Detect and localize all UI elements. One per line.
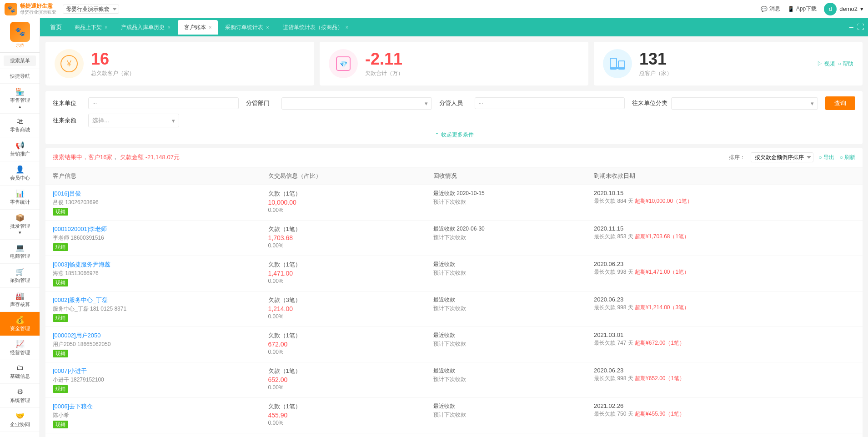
cell-collection-2: 最近收款 预计下次收款 — [426, 256, 587, 291]
overdue-link-3[interactable]: 超期¥1,214.00（3笔） — [635, 304, 689, 311]
results-bar: 搜索结果中，客户16家， 欠款金额 -21,148.07元 排序： 按欠款金额倒… — [45, 148, 863, 167]
sidebar-item-retail-store[interactable]: 🛍 零售商城 — [0, 114, 40, 137]
last-collect-5: 最近收款 — [433, 367, 579, 375]
owe-amount-5[interactable]: 652.00 — [268, 376, 419, 383]
owe-pct-5: 0.00% — [268, 384, 419, 391]
tab-purchase-stats-close[interactable]: × — [266, 25, 269, 30]
table-row: [0002]服务中心_丁磊 服务中心_丁磊 181 0125 8371 现销 欠… — [45, 291, 863, 327]
debtors-label: 总欠款客户（家） — [91, 70, 305, 77]
tab-customer-account-close[interactable]: × — [209, 25, 211, 30]
sidebar-item-guide[interactable]: 📖 新手引导 — [0, 432, 40, 437]
sidebar-item-enterprise[interactable]: 🤝 企业协同 — [0, 408, 40, 432]
last-collect-0: 最近收款 2020-10-15 — [433, 190, 579, 197]
customer-name-3[interactable]: [0002]服务中心_丁磊 — [53, 296, 254, 304]
customer-phone-2: 海燕 18513066976 — [53, 270, 254, 277]
tab-product-history-close[interactable]: × — [167, 25, 170, 30]
tab-purchase-stats[interactable]: 采购订单统计表 × — [219, 20, 275, 35]
sidebar-item-system[interactable]: ⚙ 系统管理 — [0, 384, 40, 408]
tab-goods-upload-close[interactable]: × — [105, 25, 107, 30]
table-header-row: 客户信息 欠交易信息（占比） 回收情况 到期未收款日期 — [45, 167, 863, 185]
sort-select[interactable]: 按欠款金额倒序排序 — [751, 152, 813, 162]
quick-nav-label: 快捷导航 — [10, 73, 30, 80]
sidebar-item-operation[interactable]: 📈 经营管理 — [0, 336, 40, 360]
tab-customer-account-label: 客户账本 — [184, 24, 206, 31]
sidebar-item-member[interactable]: 👤 会员中心 — [0, 161, 40, 186]
help-btn[interactable]: ○ 帮助 — [838, 60, 853, 68]
tab-product-history[interactable]: 产成品入库单历史 × — [115, 20, 176, 35]
tab-home[interactable]: 首页 — [44, 20, 68, 35]
sidebar-item-finance[interactable]: 💰 资金管理 — [0, 312, 40, 336]
next-collect-5: 预计下次收款 — [433, 376, 579, 383]
industry-select[interactable]: 母婴行业演示账套 — [63, 5, 119, 14]
tab-minimize-btn[interactable]: – — [849, 23, 853, 31]
owe-amount-6[interactable]: 455.90 — [268, 412, 419, 419]
due-date-0: 2020.10.15 — [594, 190, 855, 196]
industry-label: 母婴行业演示账套 — [20, 10, 56, 15]
tab-goods-upload[interactable]: 商品上下架 × — [68, 20, 114, 35]
view-video-btn[interactable]: ▷ 视频 — [817, 60, 835, 68]
sidebar-search-btn[interactable]: 搜索菜单 — [4, 55, 36, 66]
app-download-btn[interactable]: 📱 App下载 — [788, 5, 817, 13]
overdue-link-2[interactable]: 超期¥1,471.00（1笔） — [635, 269, 689, 275]
last-collect-2: 最近收款 — [433, 261, 579, 268]
source-unit-input[interactable]: ··· — [88, 97, 239, 109]
overdue-link-0[interactable]: 超期¥10,000.00（1笔） — [635, 198, 692, 204]
tab-maximize-btn[interactable]: ⛶ — [857, 23, 864, 31]
sidebar-item-batch-manage[interactable]: 📦 批发管理 ▾ — [0, 210, 40, 240]
filter-bar: 往来单位 ··· 分管部门 ▾ — [45, 91, 863, 144]
person-input[interactable]: ··· — [475, 97, 625, 109]
owe-count-1: 欠款（1笔） — [268, 225, 419, 233]
overdue-link-6[interactable]: 超期¥455.90（1笔） — [635, 411, 685, 417]
overdue-days-5: 最长欠款 998 天 超期¥652.00（1笔） — [594, 375, 855, 382]
customer-name-1[interactable]: [0001020001]李老师 — [53, 225, 254, 233]
search-btn[interactable]: 查询 — [825, 96, 855, 110]
total-customers-value: 131 — [639, 50, 810, 68]
stat-card-actions: ▷ 视频 ○ 帮助 — [817, 60, 853, 68]
stat-info-total-customers: 131 总客户（家） — [639, 50, 810, 78]
customer-name-6[interactable]: [0006]去下粮仓 — [53, 402, 254, 411]
dept-select[interactable]: ▾ — [281, 97, 432, 110]
debt-amount-value: -2.11 — [365, 50, 579, 68]
sidebar-item-ecommerce[interactable]: 💻 电商管理 — [0, 240, 40, 264]
cell-collection-6: 最近收款 预计下次收款 — [426, 398, 587, 433]
sidebar-marketing-label: 营销推广 — [10, 151, 30, 157]
owe-amount-3[interactable]: 1,214.00 — [268, 305, 419, 312]
sidebar-item-inventory[interactable]: 🏭 库存核算 — [0, 288, 40, 312]
customer-name-0[interactable]: [0016]吕俊 — [53, 190, 254, 198]
overdue-link-1[interactable]: 超期¥1,703.68（1笔） — [635, 233, 689, 240]
owe-amount-4[interactable]: 672.00 — [268, 341, 419, 348]
purchase-icon: 🛒 — [15, 267, 25, 276]
col-collection: 回收情况 — [426, 167, 587, 185]
app-container: 🐾 畅捷通好生意 母婴行业演示账套 母婴行业演示账套 💬 消息 📱 App下载 … — [0, 0, 868, 437]
sidebar-item-retail-stats[interactable]: 📊 零售统计 — [0, 186, 40, 210]
customer-name-2[interactable]: [0003]畅捷服务尹海蕊 — [53, 261, 254, 269]
owe-amount-0[interactable]: 10,000.00 — [268, 199, 419, 206]
sidebar-item-purchase[interactable]: 🛒 采购管理 — [0, 264, 40, 288]
message-btn[interactable]: 💬 消息 — [761, 5, 780, 13]
sidebar-item-basic[interactable]: 🗂 基础信息 — [0, 360, 40, 384]
overdue-link-4[interactable]: 超期¥672.00（1笔） — [635, 340, 685, 346]
unit-category-select[interactable]: ▾ — [671, 97, 818, 110]
owe-amount-2[interactable]: 1,471.00 — [268, 270, 419, 277]
tab-customer-account[interactable]: 客户账本 × — [178, 20, 218, 35]
customer-name-4[interactable]: [000002]用户2050 — [53, 332, 254, 340]
customer-name-5[interactable]: [0007]小进干 — [53, 367, 254, 375]
sidebar: 🐾 示范 搜索菜单 快捷导航 🏪 零售管理 ▴ 🛍 零售商城 — [0, 18, 40, 437]
app-icon: 📱 — [788, 6, 794, 12]
collapse-btn[interactable]: ⌃ 收起更多条件 — [435, 131, 474, 139]
export-btn[interactable]: ○ 导出 — [819, 154, 834, 161]
refresh-btn[interactable]: ○ 刷新 — [840, 154, 855, 161]
retail-manage-arrow: ▴ — [19, 104, 21, 110]
sidebar-item-marketing[interactable]: 📢 营销推广 — [0, 137, 40, 161]
tab-inbound-stats-close[interactable]: × — [346, 25, 348, 30]
stat-card-debtors: ¥ 16 总欠款客户（家） — [45, 42, 314, 85]
balance-select[interactable]: 选择... ▾ — [88, 114, 179, 127]
tab-inbound-stats[interactable]: 进货单统计表（按商品） × — [276, 20, 355, 35]
cell-collection-7: 最近收款 预计下次收款 — [426, 433, 587, 437]
next-collect-0: 预计下次收款 — [433, 198, 579, 206]
sidebar-item-retail-manage[interactable]: 🏪 零售管理 ▴ — [0, 84, 40, 114]
overdue-link-5[interactable]: 超期¥652.00（1笔） — [635, 375, 685, 382]
owe-amount-1[interactable]: 1,703.68 — [268, 234, 419, 241]
user-menu[interactable]: d demo2 ▾ — [824, 3, 863, 15]
cell-due-date-5: 2020.06.23 最长欠款 998 天 超期¥652.00（1笔） — [587, 362, 863, 398]
